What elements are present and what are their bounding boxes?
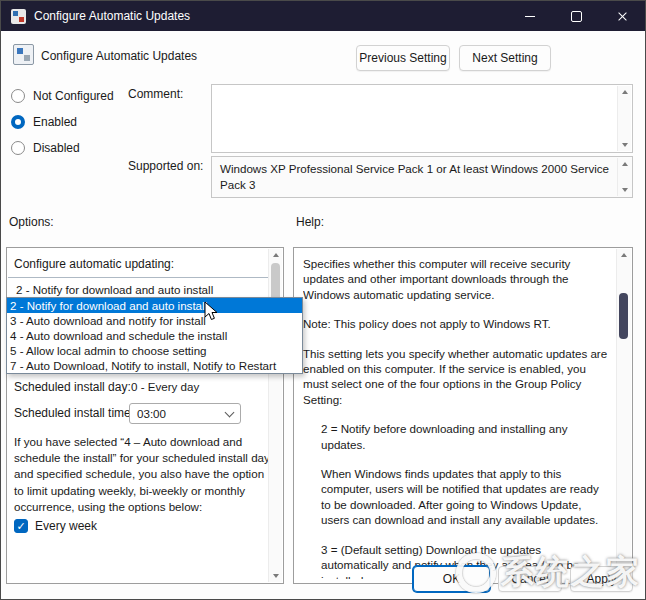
policy-icon (13, 44, 34, 65)
dropdown-option[interactable]: 4 - Auto download and schedule the insta… (7, 328, 302, 343)
auto-update-combobox[interactable]: 2 - Notify for download and auto install (16, 283, 213, 296)
supported-on-field: Windows XP Professional Service Pack 1 o… (211, 156, 633, 198)
radio-label: Disabled (33, 141, 80, 155)
chevron-down-icon (225, 407, 235, 417)
install-day-label: Scheduled install day: (14, 380, 131, 394)
dropdown-option[interactable]: 5 - Allow local admin to choose setting (7, 343, 302, 358)
close-icon (617, 11, 628, 22)
help-paragraph: Note: This policy does not apply to Wind… (303, 316, 611, 331)
cancel-button[interactable]: Cancel (498, 566, 562, 592)
install-time-combobox[interactable]: 03:00 (129, 403, 241, 424)
scroll-down-icon[interactable] (618, 139, 631, 151)
scroll-up-icon[interactable] (618, 86, 631, 98)
options-section-label: Options: (9, 215, 54, 229)
install-time-value: 03:00 (137, 407, 166, 420)
scroll-down-icon[interactable] (618, 184, 631, 196)
install-day-combobox[interactable]: 0 - Every day (131, 380, 199, 393)
configure-automatic-updates-dialog: Configure Automatic Updates Configure Au… (0, 0, 646, 600)
help-panel: Specifies whether this computer will rec… (293, 247, 633, 584)
comment-scrollbar[interactable] (617, 86, 631, 151)
help-paragraph: This setting lets you specify whether au… (303, 346, 611, 408)
app-icon (11, 9, 26, 24)
help-paragraph: 2 = Notify before downloading and instal… (303, 421, 611, 452)
configure-updating-label: Configure automatic updating: (14, 257, 174, 271)
install-time-label: Scheduled install time: (14, 406, 134, 420)
radio-circle (11, 89, 25, 103)
help-section-label: Help: (296, 215, 324, 229)
radio-circle (11, 115, 25, 129)
dropdown-option[interactable]: 2 - Notify for download and auto install (7, 298, 302, 313)
help-content: Specifies whether this computer will rec… (303, 256, 611, 579)
scroll-down-icon[interactable] (269, 570, 282, 582)
supported-on-label: Supported on: (128, 159, 203, 173)
window-title: Configure Automatic Updates (34, 9, 190, 23)
titlebar: Configure Automatic Updates (1, 1, 645, 31)
page-title: Configure Automatic Updates (41, 49, 197, 63)
scroll-up-icon[interactable] (617, 249, 630, 261)
options-note-text: If you have selected “4 – Auto download … (14, 434, 276, 515)
radio-enabled[interactable]: Enabled (11, 114, 77, 130)
every-week-label: Every week (35, 519, 97, 533)
scroll-up-icon[interactable] (618, 158, 631, 170)
help-scrollbar[interactable] (616, 249, 631, 582)
minimize-button[interactable] (507, 1, 553, 31)
radio-label: Enabled (33, 115, 77, 129)
auto-update-dropdown-list: 2 - Notify for download and auto install… (6, 297, 303, 374)
previous-setting-button[interactable]: Previous Setting (356, 45, 450, 71)
every-week-checkbox (14, 519, 28, 533)
comment-label: Comment: (128, 87, 183, 101)
dropdown-option[interactable]: 7 - Auto Download, Notify to install, No… (7, 358, 302, 373)
every-week-checkbox-row[interactable]: Every week (14, 519, 97, 533)
help-paragraph: When Windows finds updates that apply to… (303, 466, 611, 528)
help-paragraph: Specifies whether this computer will rec… (303, 256, 611, 302)
radio-disabled[interactable]: Disabled (11, 140, 80, 156)
comment-input[interactable] (211, 84, 633, 153)
combo-separator (8, 277, 269, 278)
supported-scrollbar[interactable] (617, 158, 631, 196)
maximize-icon (571, 11, 582, 22)
scroll-up-icon[interactable] (269, 249, 282, 261)
radio-not-configured[interactable]: Not Configured (11, 88, 114, 104)
ok-button[interactable]: OK (413, 566, 490, 592)
supported-line: Windows XP Professional Service Pack 1 o… (220, 161, 610, 193)
radio-circle (11, 141, 25, 155)
window-controls (507, 1, 645, 31)
minimize-icon (525, 16, 535, 17)
supported-line: Option 7 only supported on servers of at… (220, 193, 610, 195)
radio-label: Not Configured (33, 89, 114, 103)
next-setting-button[interactable]: Next Setting (459, 45, 551, 71)
close-button[interactable] (599, 1, 645, 31)
apply-button[interactable]: Apply (570, 566, 633, 592)
maximize-button[interactable] (553, 1, 599, 31)
dropdown-option[interactable]: 3 - Auto download and notify for install (7, 313, 302, 328)
scrollbar-thumb[interactable] (619, 293, 628, 339)
